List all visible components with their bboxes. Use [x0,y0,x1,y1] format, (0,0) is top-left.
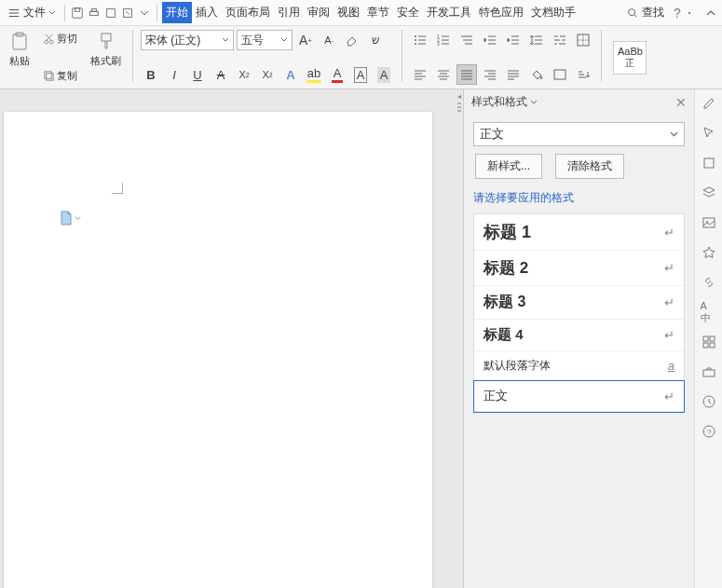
panel-close-button[interactable]: ✕ [675,95,687,110]
tab-7[interactable]: 安全 [393,2,423,23]
svg-rect-25 [704,158,714,168]
decrease-indent-button[interactable] [480,30,500,50]
rail-toolbox-icon[interactable] [701,363,717,380]
qa-save-icon[interactable] [70,6,85,21]
align-center-button[interactable] [433,64,454,85]
document-area [0,89,456,588]
font-color-button[interactable]: A [327,64,347,85]
tab-5[interactable]: 视图 [334,2,363,23]
text-effects-button[interactable]: A [280,64,301,85]
rail-history-icon[interactable] [701,393,717,410]
style-item-1[interactable]: 标题 2↵ [474,251,684,286]
rail-edit-icon[interactable] [701,95,717,112]
paragraph-border-button[interactable] [550,64,570,85]
rail-help-icon[interactable]: ? [701,423,717,440]
tab-2[interactable]: 页面布局 [222,2,274,23]
rail-shape-icon[interactable] [701,155,717,171]
clear-format-button[interactable]: 清除格式 [555,154,624,179]
align-distribute-button[interactable] [503,64,524,85]
copy-button[interactable]: 复制 [39,67,81,85]
svg-rect-14 [45,72,51,78]
qa-preview-icon[interactable] [103,6,118,21]
style-item-5[interactable]: 正文↵ [474,381,684,412]
help-button[interactable]: ? [670,6,685,21]
tab-8[interactable]: 开发工具 [423,2,475,23]
hamburger-menu[interactable]: 文件 [4,3,60,22]
sort-button[interactable] [573,64,593,85]
line-spacing-button[interactable] [526,30,547,50]
qa-more-icon[interactable] [137,6,152,21]
decrease-font-button[interactable]: A- [319,30,339,50]
increase-indent-button[interactable] [503,30,524,50]
panel-resize-grip[interactable]: ◂ [456,89,463,588]
subscript-button[interactable]: X2 [257,64,278,85]
numbering-button[interactable]: 123 [433,30,454,50]
svg-rect-29 [710,336,715,341]
border-icon [576,33,591,48]
char-border-button[interactable]: A [350,64,371,85]
svg-point-6 [629,8,635,15]
char-shading-button[interactable]: A [374,64,394,85]
collapse-ribbon[interactable] [703,6,718,21]
more-menu[interactable] [687,6,702,21]
cut-button[interactable]: 剪切 [39,30,81,48]
rail-select-icon[interactable] [701,125,717,142]
qa-print-icon[interactable] [87,6,102,21]
rail-grid-icon[interactable] [701,334,717,350]
doc-outline-icon[interactable] [60,211,81,226]
tab-4[interactable]: 审阅 [304,2,334,23]
align-right-icon [483,67,497,82]
rail-layers-icon[interactable] [701,185,717,201]
svg-rect-4 [107,8,116,17]
bullets-button[interactable] [410,30,430,50]
multilevel-button[interactable] [456,30,477,50]
multilevel-icon [459,33,474,48]
tab-9[interactable]: 特色应用 [475,2,527,23]
tab-6[interactable]: 章节 [363,2,393,23]
search-button[interactable]: 查找 [622,5,668,21]
rail-translate-icon[interactable]: A中 [701,304,717,321]
current-style-select[interactable]: 正文 [473,122,685,146]
paste-button[interactable]: 粘贴 [6,30,34,70]
svg-point-17 [415,35,416,37]
highlight-button[interactable]: ab [304,64,324,85]
new-style-button[interactable]: 新样式... [475,154,542,179]
style-item-4[interactable]: 默认段落字体a [474,351,684,381]
bucket-icon [529,67,544,82]
page-icon [60,211,73,226]
underline-button[interactable]: U [187,64,208,85]
tab-3[interactable]: 引用 [274,2,304,23]
clear-format-button[interactable] [342,30,362,50]
change-case-button[interactable]: ש [365,30,386,50]
rail-link-icon[interactable] [701,274,717,291]
align-right-button[interactable] [480,64,500,85]
linespacing-icon [529,33,544,48]
format-brush-button[interactable]: 格式刷 [87,30,125,70]
svg-point-12 [45,40,48,44]
style-item-0[interactable]: 标题 1↵ [474,214,684,251]
rail-star-icon[interactable] [701,244,717,261]
superscript-button[interactable]: X2 [234,64,254,85]
style-item-3[interactable]: 标题 4↵ [474,320,684,351]
qa-undo-icon[interactable] [120,6,135,21]
font-name-select[interactable]: 宋体 (正文) [141,30,234,50]
document-page[interactable] [4,112,432,588]
styles-gallery[interactable]: AaBb正 [609,30,650,85]
italic-button[interactable]: I [164,64,184,85]
tabs-button[interactable] [550,30,570,50]
rail-image-icon[interactable] [701,214,717,231]
increase-font-button[interactable]: A+ [295,30,316,50]
borders-button[interactable] [573,30,593,50]
align-justify-button[interactable] [456,64,477,85]
tab-0[interactable]: 开始 [162,2,192,23]
font-size-select[interactable]: 五号 [237,30,293,50]
bold-button[interactable]: B [141,64,161,85]
style-item-2[interactable]: 标题 3↵ [474,286,684,320]
bullets-icon [413,33,428,48]
tab-1[interactable]: 插入 [192,2,222,23]
shading-button[interactable] [526,64,547,85]
align-left-button[interactable] [410,64,430,85]
strikethrough-button[interactable]: A [211,64,231,85]
panel-title: 样式和格式 [471,94,527,110]
tab-10[interactable]: 文档助手 [527,2,579,23]
